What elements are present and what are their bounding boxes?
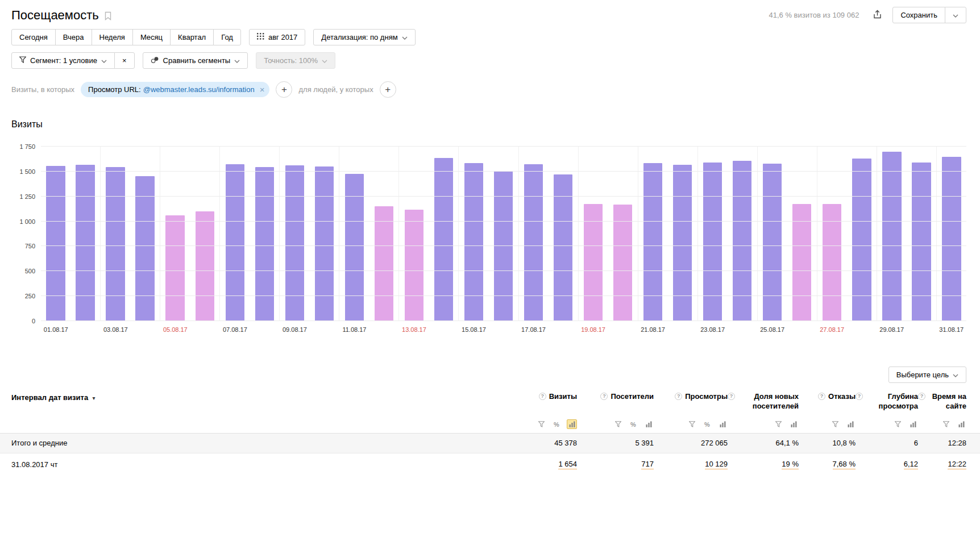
- x-axis-label: 01.08.17: [41, 326, 71, 333]
- chip-url-value[interactable]: @webmaster.leads.su/information: [143, 85, 255, 94]
- help-icon[interactable]: ?: [728, 393, 735, 400]
- period-button-year[interactable]: Год: [213, 29, 241, 45]
- period-controls-row: СегодняВчераНеделяМесяцКварталГод авг 20…: [11, 29, 966, 45]
- visits-bar-21.08.17[interactable]: [643, 163, 662, 321]
- period-button-month[interactable]: Месяц: [132, 29, 171, 45]
- period-button-today[interactable]: Сегодня: [11, 29, 56, 45]
- visits-bar-30.08.17[interactable]: [912, 163, 931, 321]
- percent-tool-icon[interactable]: %: [628, 419, 638, 429]
- save-button[interactable]: Сохранить: [892, 7, 945, 23]
- metric-value-link[interactable]: 717: [641, 460, 654, 469]
- visits-bar-18.08.17[interactable]: [554, 174, 572, 321]
- visits-bar-13.08.17[interactable]: [405, 210, 423, 321]
- segment-clear-button[interactable]: ×: [114, 52, 135, 69]
- accuracy-button[interactable]: Точность: 100%: [256, 52, 335, 69]
- help-icon[interactable]: ?: [600, 393, 608, 400]
- filter-tool-icon[interactable]: [687, 419, 697, 429]
- sort-direction-icon: ▾: [93, 395, 95, 401]
- help-icon[interactable]: ?: [539, 393, 546, 400]
- segment-button[interactable]: Сегмент: 1 условие: [11, 52, 115, 69]
- compare-segments-button[interactable]: Сравнить сегменты: [143, 52, 248, 69]
- percent-tool-icon[interactable]: %: [702, 419, 712, 429]
- filter-tool-icon[interactable]: [536, 419, 546, 429]
- metric-value-link[interactable]: 19 %: [782, 460, 799, 469]
- visits-bar-04.08.17[interactable]: [135, 176, 154, 321]
- filter-tool-icon[interactable]: [830, 419, 840, 429]
- visits-bar-20.08.17[interactable]: [613, 205, 632, 321]
- x-axis-label: 21.08.17: [638, 326, 668, 333]
- chart-bar-slot: [638, 147, 668, 321]
- visits-bar-09.08.17[interactable]: [285, 165, 304, 321]
- date-range-button[interactable]: авг 2017: [249, 29, 305, 45]
- visits-bar-08.08.17[interactable]: [255, 167, 274, 321]
- visits-bar-28.08.17[interactable]: [852, 159, 871, 321]
- filter-tool-icon[interactable]: [892, 419, 903, 429]
- period-button-quarter[interactable]: Квартал: [170, 29, 214, 45]
- visits-bar-03.08.17[interactable]: [106, 167, 124, 321]
- save-dropdown-button[interactable]: [945, 7, 966, 23]
- visits-bar-12.08.17[interactable]: [375, 206, 393, 321]
- visits-bar-27.08.17[interactable]: [823, 204, 841, 321]
- column-header-visitors[interactable]: ?Посетители: [577, 392, 654, 402]
- visits-bar-14.08.17[interactable]: [434, 158, 453, 321]
- help-icon[interactable]: ?: [818, 393, 825, 400]
- metric-value-link[interactable]: 10 129: [705, 460, 728, 469]
- column-header-bounce-rate[interactable]: ?Отказы: [799, 392, 856, 402]
- chart-tool-icon[interactable]: [908, 419, 918, 429]
- visits-bar-22.08.17[interactable]: [673, 165, 692, 321]
- help-icon[interactable]: ?: [856, 393, 863, 400]
- metric-value-link[interactable]: 12:22: [948, 460, 966, 469]
- percent-tool-icon[interactable]: %: [551, 419, 562, 429]
- column-tools-bounce-rate: [799, 419, 856, 429]
- add-visit-condition-button[interactable]: +: [276, 81, 292, 98]
- visits-bar-26.08.17[interactable]: [792, 204, 811, 321]
- column-header-visits[interactable]: ?Визиты: [500, 392, 577, 402]
- segment-controls-row: Сегмент: 1 условие × Сравнить сегменты Т…: [11, 52, 966, 69]
- period-button-yesterday[interactable]: Вчера: [55, 29, 92, 45]
- help-icon[interactable]: ?: [918, 393, 925, 400]
- visits-bar-02.08.17[interactable]: [76, 165, 94, 321]
- visits-bar-17.08.17[interactable]: [524, 164, 543, 321]
- select-goal-button[interactable]: Выберите цель: [888, 367, 966, 383]
- visits-bar-19.08.17[interactable]: [584, 204, 603, 321]
- metric-value-link[interactable]: 6,12: [904, 460, 918, 469]
- visits-bar-25.08.17[interactable]: [763, 164, 782, 321]
- compare-segments-label: Сравнить сегменты: [163, 56, 231, 65]
- chart-title: Визиты: [11, 119, 980, 130]
- visits-bar-23.08.17[interactable]: [703, 163, 722, 321]
- visits-bar-24.08.17[interactable]: [733, 161, 751, 321]
- period-button-week[interactable]: Неделя: [92, 29, 133, 45]
- help-icon[interactable]: ?: [675, 393, 682, 400]
- funnel-icon: [19, 56, 26, 65]
- chart-tool-icon[interactable]: [845, 419, 856, 429]
- add-people-condition-button[interactable]: +: [380, 81, 396, 98]
- export-button[interactable]: [870, 7, 885, 23]
- visits-bar-31.08.17[interactable]: [942, 157, 961, 321]
- column-header-new-visitors-share[interactable]: ?Доля новых посетителей: [728, 392, 799, 411]
- bookmark-icon[interactable]: [105, 11, 111, 20]
- metric-value-link[interactable]: 7,68 %: [833, 460, 856, 469]
- metric-value-link[interactable]: 1 654: [558, 460, 577, 469]
- visits-bar-10.08.17[interactable]: [315, 166, 334, 321]
- visits-bar-06.08.17[interactable]: [196, 211, 214, 321]
- column-header-pageviews[interactable]: ?Просмотры: [654, 392, 728, 402]
- chart-tool-icon[interactable]: [567, 419, 577, 429]
- chart-tool-icon[interactable]: [717, 419, 728, 429]
- chip-remove-icon[interactable]: ×: [260, 85, 265, 94]
- filter-tool-icon[interactable]: [773, 419, 783, 429]
- visits-bar-01.08.17[interactable]: [46, 166, 65, 321]
- chart-tool-icon[interactable]: [788, 419, 799, 429]
- column-header-time-on-site[interactable]: ?Время на сайте: [918, 392, 966, 411]
- visits-bar-07.08.17[interactable]: [226, 164, 244, 321]
- chart-tool-icon[interactable]: [643, 419, 654, 429]
- chart-tool-icon[interactable]: [956, 419, 966, 429]
- url-filter-chip[interactable]: Просмотр URL: @webmaster.leads.su/inform…: [81, 82, 269, 97]
- row-header-cell[interactable]: Интервал дат визита ▾: [11, 392, 500, 402]
- filter-tool-icon[interactable]: [613, 419, 623, 429]
- visits-bar-05.08.17[interactable]: [165, 215, 184, 321]
- column-tools-view-depth: [856, 419, 918, 429]
- detail-button[interactable]: Детализация: по дням: [313, 29, 415, 45]
- visits-bar-15.08.17[interactable]: [464, 163, 483, 321]
- filter-tool-icon[interactable]: [941, 419, 951, 429]
- column-header-view-depth[interactable]: ?Глубина просмотра: [856, 392, 918, 411]
